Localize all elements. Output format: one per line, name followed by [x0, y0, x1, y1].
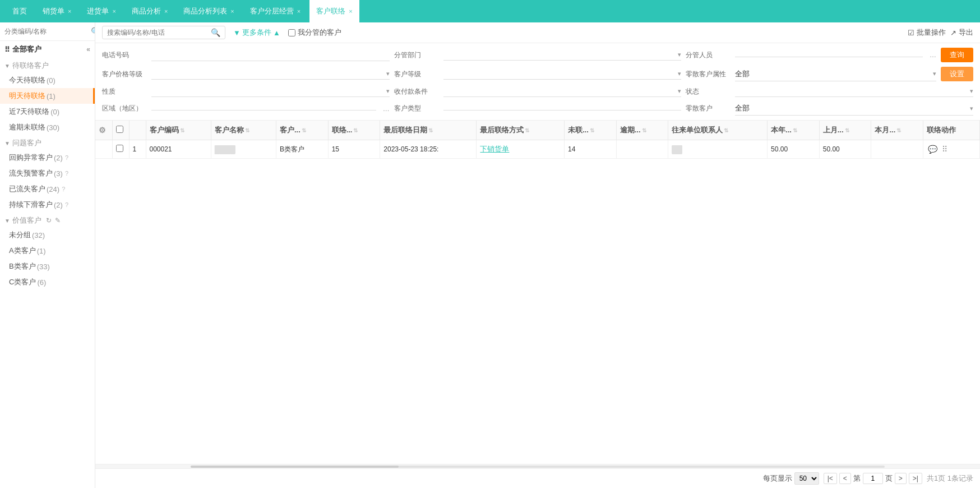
payment-select[interactable]: ▾	[443, 86, 682, 97]
row-last-date-cell: 2023-05-23 18:25:	[380, 140, 477, 159]
col-overdue[interactable]: 逾期... ⇅	[616, 121, 668, 140]
refresh-icon[interactable]: ↻	[46, 217, 52, 224]
col-type[interactable]: 客户... ⇅	[276, 121, 328, 140]
table-gear-icon[interactable]: ⚙	[99, 126, 106, 135]
sidebar-item-ungroup[interactable]: 未分组 (32)	[0, 227, 95, 243]
sort-icon-last-method: ⇅	[525, 127, 529, 133]
prev-page-btn[interactable]: <	[839, 473, 851, 484]
col-no-contact[interactable]: 未联... ⇅	[564, 121, 616, 140]
sidebar-item-class-c[interactable]: C类客户 (6)	[0, 274, 95, 290]
sidebar-search-input[interactable]	[4, 27, 89, 35]
close-customer-tiering-icon[interactable]: ×	[297, 8, 301, 15]
last-page-btn[interactable]: >|	[909, 473, 922, 484]
help-icon-1[interactable]: ?	[65, 154, 68, 161]
settings-btn[interactable]: 设置	[941, 67, 973, 81]
close-purchase-order-icon[interactable]: ×	[112, 8, 115, 15]
row-name-cell: ████	[211, 140, 276, 159]
col-checkbox	[112, 121, 129, 140]
sidebar-item-repurchase-abnormal[interactable]: 回购异常客户 (2) ?	[0, 150, 95, 165]
nav-sales-order[interactable]: 销货单 ×	[36, 0, 78, 22]
nav-product-analysis[interactable]: 商品分析 ×	[125, 0, 174, 22]
customer-level-select[interactable]: ▾	[443, 68, 682, 80]
retail-customer-chevron-icon: ▾	[970, 105, 973, 112]
table-row: 1 000021 ████ B类客户 15 2023-05-23 18:25: …	[95, 140, 980, 159]
col-this-year[interactable]: 本年... ⇅	[768, 121, 820, 140]
person-ellipsis[interactable]: …	[930, 51, 936, 59]
price-level-chevron-icon: ▾	[386, 70, 390, 77]
col-last-month[interactable]: 上月... ⇅	[819, 121, 871, 140]
nav-customer-contact[interactable]: 客户联络 ×	[309, 0, 359, 22]
sidebar-item-tomorrow-contact[interactable]: 明天待联络 (1)	[0, 88, 95, 104]
select-all-checkbox[interactable]	[116, 126, 123, 133]
region-ellipsis[interactable]: …	[383, 105, 390, 113]
sidebar-item-class-a[interactable]: A类客户 (1)	[0, 243, 95, 259]
status-select[interactable]: ▾	[735, 86, 973, 97]
my-customers-checkbox-container[interactable]: 我分管的客户	[288, 27, 341, 38]
sort-icon-this-year: ⇅	[793, 127, 797, 133]
next-page-btn[interactable]: >	[895, 473, 907, 484]
retail-attr-chevron-icon: ▾	[933, 70, 936, 77]
col-name[interactable]: 客户名称 ⇅	[211, 121, 276, 140]
sort-icon-contacts: ⇅	[353, 127, 358, 133]
col-this-month[interactable]: 本月... ⇅	[871, 121, 923, 140]
price-level-select[interactable]: ▾	[151, 68, 390, 80]
sidebar-item-declining-customer[interactable]: 持续下滑客户 (2) ?	[0, 197, 95, 213]
retail-attr-select[interactable]: 全部 ▾	[735, 67, 936, 81]
gender-select[interactable]: ▾	[151, 86, 390, 97]
batch-ops-btn[interactable]: ☑ 批量操作	[908, 27, 946, 38]
col-unit-contacts[interactable]: 往来单位联系人 ⇅	[668, 121, 768, 140]
sidebar-item-overdue-contact[interactable]: 逾期未联络 (30)	[0, 119, 95, 135]
sidebar-collapse-btn[interactable]: «	[86, 45, 90, 53]
export-btn[interactable]: ↗ 导出	[950, 27, 973, 38]
sidebar-item-lost-warning[interactable]: 流失预警客户 (3) ?	[0, 165, 95, 181]
filter-row-person: 分管人员 … 查询	[686, 48, 973, 62]
customer-type-select[interactable]	[443, 107, 682, 111]
first-page-btn[interactable]: |<	[824, 473, 837, 484]
scrollbar-track	[191, 466, 885, 468]
col-last-date[interactable]: 最后联络日期 ⇅	[380, 121, 477, 140]
main-search-icon[interactable]: 🔍	[211, 28, 220, 37]
filter-row-phone: 电话号码	[102, 48, 390, 62]
nav-purchase-order[interactable]: 进货单 ×	[80, 0, 122, 22]
help-icon-3[interactable]: ?	[62, 186, 65, 192]
region-select[interactable]	[151, 107, 376, 111]
last-method-link[interactable]: 下销货单	[480, 145, 509, 153]
sidebar-search-icon[interactable]: 🔍	[91, 27, 95, 36]
action-contact-icon[interactable]: 💬	[928, 145, 937, 154]
row-last-method-cell: 下销货单	[477, 140, 564, 159]
export-icon: ↗	[950, 29, 956, 37]
gender-chevron-icon: ▾	[386, 88, 390, 95]
page-number-input[interactable]	[863, 473, 883, 484]
sidebar-item-week-contact[interactable]: 近7天待联络 (0)	[0, 104, 95, 119]
more-conditions-btn[interactable]: ▼ 更多条件 ▲	[230, 26, 284, 39]
triangle-down-icon: ▼	[4, 63, 10, 69]
phone-input[interactable]	[151, 49, 390, 61]
query-btn[interactable]: 查询	[941, 48, 973, 62]
retail-customer-select[interactable]: 全部 ▾	[735, 102, 973, 116]
close-customer-contact-icon[interactable]: ×	[349, 8, 352, 15]
sidebar-item-class-b[interactable]: B类客户 (33)	[0, 259, 95, 274]
row-checkbox[interactable]	[116, 145, 123, 152]
nav-customer-tiering[interactable]: 客户分层经营 ×	[243, 0, 307, 22]
close-sales-order-icon[interactable]: ×	[68, 8, 71, 15]
main-search-input[interactable]	[107, 29, 209, 36]
page-size-select[interactable]: 50	[794, 472, 819, 485]
sidebar-item-lost-customer[interactable]: 已流失客户 (24) ?	[0, 181, 95, 197]
dept-select[interactable]: ▾	[443, 49, 682, 61]
horizontal-scrollbar[interactable]	[95, 464, 980, 468]
action-more-icon[interactable]: ⠿	[942, 145, 947, 154]
nav-home[interactable]: 首页	[6, 0, 34, 22]
col-code[interactable]: 客户编码 ⇅	[146, 121, 211, 140]
close-product-analysis-list-icon[interactable]: ×	[230, 8, 234, 15]
nav-product-analysis-list[interactable]: 商品分析列表 ×	[177, 0, 241, 22]
close-product-analysis-icon[interactable]: ×	[164, 8, 168, 15]
sidebar-item-today-contact[interactable]: 今天待联络 (0)	[0, 72, 95, 88]
my-customers-checkbox[interactable]	[288, 29, 295, 36]
sort-icon-overdue: ⇅	[642, 127, 646, 133]
help-icon-2[interactable]: ?	[65, 170, 68, 177]
col-contacts[interactable]: 联络... ⇅	[328, 121, 380, 140]
help-icon-4[interactable]: ?	[65, 201, 68, 208]
person-select[interactable]	[735, 53, 923, 57]
edit-icon[interactable]: ✎	[55, 217, 61, 224]
col-last-method[interactable]: 最后联络方式 ⇅	[477, 121, 564, 140]
